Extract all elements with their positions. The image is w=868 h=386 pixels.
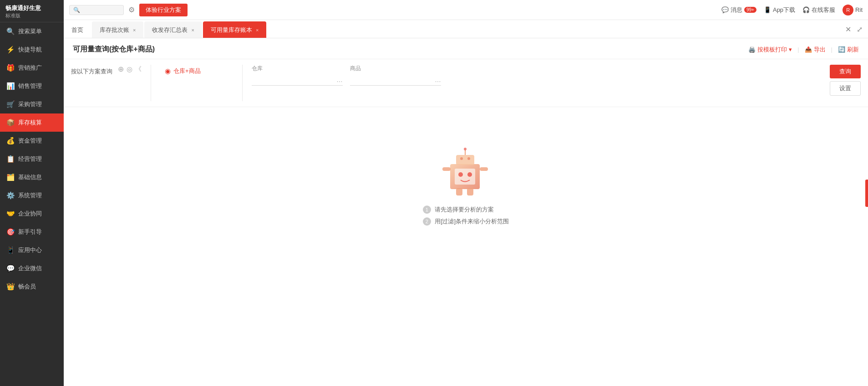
scheme-settings-icon[interactable]: ◎ — [127, 65, 132, 73]
filter-scheme-controls: ⊕ ◎ 《 — [118, 65, 142, 73]
newbie-icon: 🎯 — [6, 228, 15, 236]
tab-summary-label: 收发存汇总表 — [152, 26, 188, 34]
tab-home[interactable]: 首页 — [64, 21, 91, 38]
sidebar-item-finance[interactable]: 💰 资金管理 — [0, 132, 64, 150]
sidebar-item-enterprise[interactable]: 🤝 企业协同 — [0, 205, 64, 223]
marketing-icon: 🎁 — [6, 64, 15, 72]
sidebar-item-purchase[interactable]: 🛒 采购管理 — [0, 95, 64, 113]
message-button[interactable]: 💬 消息 99+ — [721, 6, 756, 14]
scheme-item-warehouse-goods[interactable]: ◉ 仓库+商品 — [160, 65, 233, 77]
app-container: 畅康通好生意 标准版 🔍 搜索菜单 ⚡ 快捷导航 🎁 营销推广 📊 销售管理 🛒… — [0, 0, 868, 386]
sidebar-item-appstore[interactable]: 📱 应用中心 — [0, 241, 64, 259]
basic-icon: 🗂️ — [6, 173, 15, 181]
system-icon: ⚙️ — [6, 191, 15, 200]
tab-available-close[interactable]: × — [256, 27, 259, 33]
svg-rect-5 — [480, 167, 488, 171]
goods-field-label: 商品 — [350, 65, 441, 72]
sidebar-item-marketing[interactable]: 🎁 营销推广 — [0, 59, 64, 77]
filter-divider — [151, 65, 151, 101]
message-icon: 💬 — [721, 6, 729, 13]
warehouse-field-input-wrap: … — [252, 74, 343, 86]
sidebar-item-system[interactable]: ⚙️ 系统管理 — [0, 186, 64, 205]
app-download-button[interactable]: 📱 App下载 — [764, 6, 795, 14]
sidebar-logo: 畅康通好生意 标准版 — [0, 0, 64, 22]
tab-summary-close[interactable]: × — [191, 27, 194, 33]
filter-settings-button[interactable]: 设置 — [830, 81, 861, 96]
tab-summary[interactable]: 收发存汇总表 × — [144, 21, 202, 38]
enterprise-icon: 🤝 — [6, 210, 15, 218]
query-button[interactable]: 查询 — [830, 65, 861, 78]
tab-batch-close[interactable]: × — [133, 27, 136, 33]
sidebar-scroll: 🔍 搜索菜单 ⚡ 快捷导航 🎁 营销推广 📊 销售管理 🛒 采购管理 📦 库存核… — [0, 22, 64, 386]
sidebar-item-member[interactable]: 👑 畅会员 — [0, 278, 64, 296]
search-icon: 🔍 — [73, 7, 80, 13]
refresh-icon: 🔄 — [838, 46, 845, 53]
sidebar-item-operation[interactable]: 📋 经营管理 — [0, 150, 64, 168]
refresh-button[interactable]: 🔄 刷新 — [838, 46, 859, 54]
topbar-right: 💬 消息 99+ 📱 App下载 🎧 在线客服 R Rit — [721, 5, 863, 15]
online-service-button[interactable]: 🎧 在线客服 — [802, 6, 835, 14]
tab-batch[interactable]: 库存批次账 × — [92, 21, 143, 38]
svg-point-9 — [460, 157, 463, 160]
sidebar-item-label-inventory: 库存核算 — [18, 118, 42, 127]
sidebar-item-wechat[interactable]: 💬 企业微信 — [0, 259, 64, 278]
filter-label: 按以下方案查询 — [71, 65, 112, 76]
tab-available[interactable]: 可用量库存账本 × — [203, 21, 266, 38]
main-area: 🔍 ⚙ 体验行业方案 💬 消息 99+ 📱 App下载 🎧 在线客服 — [64, 0, 868, 386]
filter-fields: 仓库 … 商品 … — [252, 65, 824, 86]
sidebar-item-search[interactable]: 🔍 搜索菜单 — [0, 22, 64, 41]
purchase-icon: 🛒 — [6, 100, 15, 108]
filter-area: 按以下方案查询 ⊕ ◎ 《 ◉ 仓库+商品 — [64, 59, 868, 107]
sidebar-item-newbie[interactable]: 🎯 新手引导 — [0, 223, 64, 241]
filter-scheme-list: ◉ 仓库+商品 — [160, 65, 233, 77]
tip-num-1: 1 — [423, 206, 431, 214]
sidebar-item-shortcut[interactable]: ⚡ 快捷导航 — [0, 41, 64, 59]
svg-rect-4 — [442, 167, 451, 171]
trial-button[interactable]: 体验行业方案 — [139, 4, 188, 16]
add-scheme-icon[interactable]: ⊕ — [118, 65, 124, 73]
goods-more-icon[interactable]: … — [435, 76, 441, 83]
tab-batch-label: 库存批次账 — [100, 26, 129, 34]
sidebar-item-inventory[interactable]: 📦 库存核算 — [0, 113, 64, 132]
sidebar-item-label-system: 系统管理 — [18, 191, 42, 200]
tab-close-window-button[interactable]: ✕ — [843, 24, 853, 34]
svg-point-12 — [464, 148, 467, 150]
print-label: 按模板打印 — [757, 46, 787, 54]
scheme-collapse-icon[interactable]: 《 — [135, 65, 142, 73]
tip-num-2: 2 — [423, 217, 431, 226]
empty-tip-2: 2 用[过滤]条件来缩小分析范围 — [423, 217, 509, 226]
warehouse-field-label: 仓库 — [252, 65, 343, 72]
user-label: Rit — [855, 6, 863, 13]
sidebar-item-sales[interactable]: 📊 销售管理 — [0, 77, 64, 95]
tab-available-label: 可用量库存账本 — [211, 26, 252, 34]
topbar-search-box[interactable]: 🔍 — [69, 5, 124, 15]
print-button[interactable]: 🖨️ 按模板打印 ▾ — [748, 46, 792, 54]
sidebar-item-label-sales: 销售管理 — [18, 82, 42, 90]
right-scroll-handle[interactable] — [865, 180, 868, 207]
tip-text-1: 请先选择要分析的方案 — [435, 206, 494, 214]
sidebar-item-label-wechat: 企业微信 — [18, 264, 42, 273]
message-label: 消息 — [731, 6, 742, 14]
filter-field-warehouse: 仓库 … — [252, 65, 343, 86]
page-header: 可用量查询(按仓库+商品) 🖨️ 按模板打印 ▾ | 📤 导出 | — [64, 38, 868, 59]
svg-rect-7 — [467, 188, 473, 196]
warehouse-more-icon[interactable]: … — [336, 76, 343, 83]
user-menu-button[interactable]: R Rit — [843, 5, 863, 15]
svg-rect-1 — [455, 169, 475, 185]
goods-input[interactable] — [350, 77, 432, 83]
export-label: 导出 — [814, 46, 826, 54]
tab-expand-button[interactable]: ⤢ — [855, 24, 864, 34]
export-button[interactable]: 📤 导出 — [805, 46, 826, 54]
tip-text-2: 用[过滤]条件来缩小分析范围 — [435, 217, 509, 226]
filter-field-goods: 商品 … — [350, 65, 441, 86]
sidebar-item-label-newbie: 新手引导 — [18, 228, 42, 236]
sidebar-item-basic[interactable]: 🗂️ 基础信息 — [0, 168, 64, 186]
inventory-icon: 📦 — [6, 118, 15, 127]
warehouse-input[interactable] — [252, 77, 334, 83]
tabbar: 首页 库存批次账 × 收发存汇总表 × 可用量库存账本 × ✕ ⤢ — [64, 20, 868, 38]
sidebar-item-label-marketing: 营销推广 — [18, 64, 42, 72]
filter-actions: 查询 设置 — [830, 65, 861, 96]
shortcut-icon: ⚡ — [6, 46, 15, 54]
settings-icon[interactable]: ⚙ — [127, 5, 136, 15]
topbar: 🔍 ⚙ 体验行业方案 💬 消息 99+ 📱 App下载 🎧 在线客服 — [64, 0, 868, 20]
